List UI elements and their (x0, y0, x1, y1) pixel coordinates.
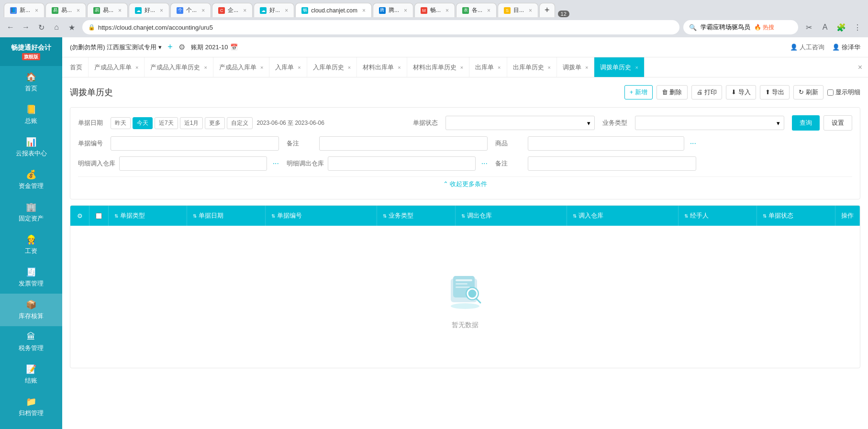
browser-tab-6-close[interactable]: × (243, 7, 246, 14)
browser-tab-9-close[interactable]: × (445, 7, 449, 14)
app-tab-10-close[interactable]: × (585, 65, 588, 70)
browser-tab-5[interactable]: 个 个... × (170, 3, 211, 17)
browser-tab-4[interactable]: ☁ 好... × (129, 3, 169, 17)
browser-tab-10[interactable]: 表 各... × (456, 3, 497, 17)
app-tab-2-close[interactable]: × (204, 65, 207, 70)
sidebar-item-ledger[interactable]: 📒 总账 (0, 99, 62, 131)
th-out-warehouse[interactable]: ⇅ 调出仓库 (456, 206, 567, 226)
extensions-icon[interactable]: 🧩 (835, 21, 848, 34)
forward-button[interactable]: → (19, 21, 33, 34)
doc-number-input[interactable] (111, 136, 279, 151)
detail-out-more-icon[interactable]: ··· (481, 159, 488, 168)
biz-type-select[interactable]: ▾ (635, 116, 784, 130)
sidebar-item-settings[interactable]: ⚙️ 基础设置 (0, 423, 62, 429)
app-tab-6-close[interactable]: × (398, 65, 401, 70)
select-all-checkbox[interactable] (96, 213, 102, 219)
browser-tab-11-close[interactable]: × (529, 7, 532, 14)
scissors-icon[interactable]: ✂ (802, 21, 815, 34)
query-button[interactable]: 查询 (792, 115, 820, 131)
menu-button[interactable]: ⋮ (851, 21, 864, 34)
search-bar[interactable]: 🔍 学霸应聘场驱鸟员 🔥 热搜 (683, 20, 798, 34)
address-bar[interactable]: 🔒 https://cloud.chanjet.com/accounting/u… (82, 20, 679, 34)
browser-tab-10-close[interactable]: × (487, 7, 490, 14)
browser-tab-3[interactable]: 易 易... × (87, 3, 128, 17)
app-tab-4-close[interactable]: × (298, 65, 300, 70)
browser-tab-8-close[interactable]: × (404, 7, 407, 14)
app-tab-10[interactable]: 调拨单 × (557, 57, 594, 77)
new-tab-button[interactable]: + (539, 3, 555, 17)
sidebar-item-home[interactable]: 🏠 首页 (0, 66, 62, 99)
app-tab-home[interactable]: 首页 (64, 57, 89, 77)
app-tab-7-close[interactable]: × (460, 65, 463, 70)
refresh-button[interactable]: ↻ (34, 21, 48, 34)
status-select[interactable]: ▾ (445, 116, 595, 130)
import-button[interactable]: ⬇ 导入 (726, 85, 756, 99)
app-tab-7[interactable]: 材料出库单历史 × (407, 57, 469, 77)
user-info[interactable]: 👤 徐泽华 (832, 43, 860, 52)
app-tab-8[interactable]: 出库单 × (469, 57, 507, 77)
browser-tab-6[interactable]: C 企... × (212, 3, 253, 17)
app-tab-5-close[interactable]: × (348, 65, 351, 70)
settings-top-icon[interactable]: ⚙ (178, 43, 185, 52)
goods-input[interactable] (528, 136, 684, 151)
th-number[interactable]: ⇅ 单据编号 (266, 206, 377, 226)
company-selector[interactable]: (勿删勿禁用) 江西服宝测试专用 ▾ (70, 43, 162, 52)
app-tab-5[interactable]: 入库单历史 × (307, 57, 357, 77)
back-button[interactable]: ← (4, 21, 17, 34)
sidebar-item-inventory[interactable]: 📦 库存核算 (0, 294, 62, 326)
th-biz-type[interactable]: ⇅ 业务类型 (377, 206, 456, 226)
sidebar-item-reports[interactable]: 📊 云报表中心 (0, 131, 62, 164)
app-tab-3[interactable]: 产成品入库单 × (213, 57, 269, 77)
th-handler[interactable]: ⇅ 经手人 (679, 206, 757, 226)
th-type[interactable]: ⇅ 单据类型 (109, 206, 187, 226)
browser-tab-1[interactable]: 📘 新... × (4, 3, 45, 17)
detail-in-input[interactable] (119, 156, 267, 171)
th-in-warehouse[interactable]: ⇅ 调入仓库 (567, 206, 679, 226)
date-btn-yesterday[interactable]: 昨天 (111, 117, 131, 129)
browser-tab-7-close[interactable]: × (285, 7, 288, 14)
goods-more-icon[interactable]: ··· (690, 139, 696, 148)
browser-tab-1-close[interactable]: × (35, 7, 38, 14)
sidebar-item-invoice[interactable]: 🧾 发票管理 (0, 261, 62, 294)
collapse-button[interactable]: ⌃ 收起更多条件 (78, 176, 852, 191)
browser-tab-4-close[interactable]: × (160, 7, 163, 14)
date-btn-today[interactable]: 今天 (133, 117, 153, 129)
setting-button[interactable]: 设置 (823, 115, 852, 131)
sidebar-item-payroll[interactable]: 👷 工资 (0, 229, 62, 261)
browser-tab-3-close[interactable]: × (118, 7, 122, 14)
date-btn-custom[interactable]: 自定义 (227, 117, 253, 129)
th-checkbox[interactable] (89, 206, 109, 226)
app-tab-2[interactable]: 产成品入库单历史 × (145, 57, 213, 77)
app-tab-11-close[interactable]: × (635, 65, 638, 70)
sidebar-item-close-books[interactable]: 📝 结账 (0, 358, 62, 391)
add-company-button[interactable]: + (167, 42, 173, 52)
app-tab-1-close[interactable]: × (135, 65, 138, 70)
new-button[interactable]: + 新增 (624, 85, 653, 99)
date-btn-1month[interactable]: 近1月 (180, 117, 203, 129)
app-tab-11[interactable]: 调拨单历史 × (594, 57, 644, 77)
th-settings[interactable]: ⚙ (70, 206, 89, 226)
sidebar-item-funds[interactable]: 💰 资金管理 (0, 164, 62, 196)
bookmark-button[interactable]: ★ (65, 21, 78, 34)
app-tab-1[interactable]: 产成品入库单 × (89, 57, 145, 77)
remark-input[interactable] (319, 136, 488, 151)
sidebar-item-tax[interactable]: 🏛 税务管理 (0, 326, 62, 358)
print-button[interactable]: 🖨 打印 (691, 85, 723, 99)
period-selector[interactable]: 账期 2021-10 📅 (191, 43, 238, 52)
browser-tab-5-close[interactable]: × (201, 7, 205, 14)
date-btn-more[interactable]: 更多 (205, 117, 225, 129)
app-tab-4[interactable]: 入库单 × (269, 57, 307, 77)
browser-tab-current[interactable]: 畅 cloud.chanjet.com × (295, 3, 372, 17)
home-button[interactable]: ⌂ (50, 21, 63, 34)
tab-bar-close-all[interactable]: × (854, 63, 866, 72)
refresh-button-toolbar[interactable]: ↻ 刷新 (793, 85, 823, 99)
th-date[interactable]: ⇅ 单据日期 (187, 206, 266, 226)
sidebar-logo[interactable]: 畅捷通好会计 旗舰版 (0, 37, 62, 66)
service-button[interactable]: 👤 人工咨询 (790, 43, 824, 52)
browser-tab-11[interactable]: S 目... × (498, 3, 538, 17)
detail-in-more-icon[interactable]: ··· (273, 159, 279, 168)
app-tab-3-close[interactable]: × (260, 65, 263, 70)
show-cols-toggle[interactable]: 显示明细 (827, 88, 860, 97)
app-tab-9-close[interactable]: × (548, 65, 551, 70)
translate-icon[interactable]: A (818, 21, 832, 34)
